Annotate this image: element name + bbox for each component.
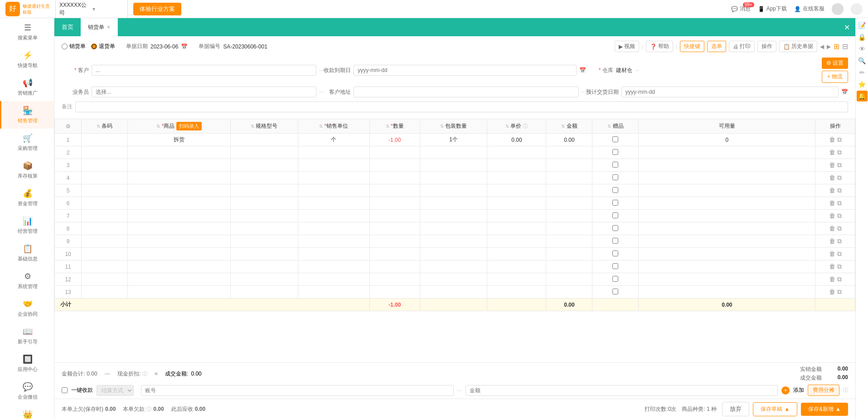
fee-info-icon[interactable]: ⓘ	[843, 387, 848, 394]
cell-amount[interactable]	[546, 184, 592, 197]
copy-row-icon[interactable]: ⧉	[837, 225, 842, 232]
nav-next-icon[interactable]: ▶	[827, 43, 831, 50]
cell-qty[interactable]	[369, 273, 420, 286]
cell-product[interactable]: 拆货	[128, 134, 231, 146]
cell-amount[interactable]	[546, 172, 592, 184]
cell-spec[interactable]	[230, 273, 298, 286]
cell-barcode[interactable]	[82, 273, 128, 286]
cell-barcode[interactable]	[82, 172, 128, 184]
sidebar-item-operations[interactable]: 📊 经营管理	[0, 212, 54, 239]
sidebar-item-apps[interactable]: 🔲 应用中心	[0, 350, 54, 377]
cell-product[interactable]	[128, 172, 231, 184]
cell-qty[interactable]	[369, 172, 420, 184]
cell-product[interactable]	[128, 222, 231, 235]
print-btn[interactable]: 🖨 打印	[729, 41, 755, 52]
cell-qty[interactable]	[369, 248, 420, 260]
delete-row-icon[interactable]: 🗑	[829, 187, 835, 194]
cell-product[interactable]	[128, 184, 231, 197]
radio-sale-input[interactable]	[62, 43, 68, 49]
cell-unit[interactable]	[298, 146, 369, 159]
cell-pkg-qty[interactable]	[420, 197, 487, 210]
right-icon-note[interactable]: 📝	[857, 20, 868, 31]
tab-close-all[interactable]: ✕	[844, 23, 855, 32]
cell-amount[interactable]	[546, 222, 592, 235]
copy-row-icon[interactable]: ⧉	[837, 136, 842, 144]
cell-price[interactable]	[487, 248, 546, 260]
cell-gift[interactable]	[592, 197, 639, 210]
user-avatar[interactable]	[832, 3, 844, 15]
delete-row-icon[interactable]: 🗑	[829, 149, 835, 156]
copy-row-icon[interactable]: ⧉	[837, 212, 842, 220]
cell-pkg-qty[interactable]	[420, 222, 487, 235]
cell-barcode[interactable]	[82, 184, 128, 197]
delete-row-icon[interactable]: 🗑	[829, 199, 835, 207]
cell-gift[interactable]	[592, 159, 639, 172]
cell-unit[interactable]	[298, 159, 369, 172]
add-payment-btn[interactable]: +	[781, 386, 790, 395]
gift-checkbox[interactable]	[612, 162, 618, 168]
cell-product[interactable]	[128, 210, 231, 222]
warehouse-more-icon[interactable]: ···	[635, 67, 640, 73]
cell-unit[interactable]	[298, 184, 369, 197]
notes-input[interactable]	[75, 101, 848, 112]
fee-split-btn[interactable]: 费用分摊	[808, 385, 839, 396]
cell-qty[interactable]	[369, 210, 420, 222]
cell-amount[interactable]	[546, 286, 592, 299]
radio-sale[interactable]: 销货单	[62, 43, 86, 50]
gift-checkbox[interactable]	[612, 225, 618, 231]
view-grid-icon[interactable]: ⊟	[842, 42, 848, 51]
cell-unit[interactable]	[298, 260, 369, 273]
gift-checkbox[interactable]	[612, 136, 618, 142]
copy-row-icon[interactable]: ⧉	[837, 237, 842, 245]
gift-checkbox[interactable]	[612, 174, 618, 180]
cell-price[interactable]	[487, 172, 546, 184]
cell-unit[interactable]	[298, 222, 369, 235]
cell-product[interactable]	[128, 159, 231, 172]
right-icon-view[interactable]: 👁	[857, 43, 868, 54]
gift-checkbox[interactable]	[612, 238, 618, 244]
discard-button[interactable]: 放弃	[722, 402, 749, 416]
customer-input[interactable]	[92, 65, 316, 76]
table-settings-icon[interactable]: ⚙	[66, 123, 71, 130]
gift-checkbox[interactable]	[612, 289, 618, 294]
cell-spec[interactable]	[230, 286, 298, 299]
cell-unit[interactable]: 个	[298, 134, 369, 146]
cell-barcode[interactable]	[82, 210, 128, 222]
cell-gift[interactable]	[592, 222, 639, 235]
cell-gift[interactable]	[592, 235, 639, 248]
shortcut-btn[interactable]: 快捷键	[680, 41, 704, 52]
salesperson-more-icon[interactable]: ···	[319, 89, 324, 95]
cell-product[interactable]	[128, 197, 231, 210]
cell-gift[interactable]	[592, 248, 639, 260]
sidebar-item-member[interactable]: 👑 畅会员	[0, 405, 54, 419]
cell-pkg-qty[interactable]	[420, 210, 487, 222]
trial-button[interactable]: 体验行业方案	[133, 3, 181, 15]
cell-pkg-qty[interactable]	[420, 159, 487, 172]
cell-product[interactable]	[128, 260, 231, 273]
cell-product[interactable]	[128, 286, 231, 299]
cell-price[interactable]: 0.00	[487, 134, 546, 146]
tab-sales-order[interactable]: 销货单 ×	[81, 18, 118, 36]
cell-gift[interactable]	[592, 172, 639, 184]
help-btn[interactable]: ❓ 帮助	[646, 41, 673, 52]
delete-row-icon[interactable]: 🗑	[829, 250, 835, 258]
delete-row-icon[interactable]: 🗑	[829, 174, 835, 182]
cell-spec[interactable]	[230, 222, 298, 235]
cell-gift[interactable]	[592, 134, 639, 146]
cell-price[interactable]	[487, 235, 546, 248]
cell-unit[interactable]	[298, 273, 369, 286]
cell-spec[interactable]	[230, 210, 298, 222]
copy-row-icon[interactable]: ⧉	[837, 187, 842, 194]
cell-pkg-qty[interactable]	[420, 273, 487, 286]
cell-barcode[interactable]	[82, 260, 128, 273]
gift-checkbox[interactable]	[612, 187, 618, 193]
payment-date-icon[interactable]: 📅	[579, 67, 586, 73]
cell-spec[interactable]	[230, 184, 298, 197]
tab-close-icon[interactable]: ×	[107, 24, 110, 30]
logistics-button[interactable]: + 物流	[822, 71, 848, 83]
cell-spec[interactable]	[230, 134, 298, 146]
cell-product[interactable]	[128, 248, 231, 260]
cell-price[interactable]	[487, 159, 546, 172]
sidebar-item-finance[interactable]: 💰 资金管理	[0, 184, 54, 212]
cell-amount[interactable]	[546, 235, 592, 248]
